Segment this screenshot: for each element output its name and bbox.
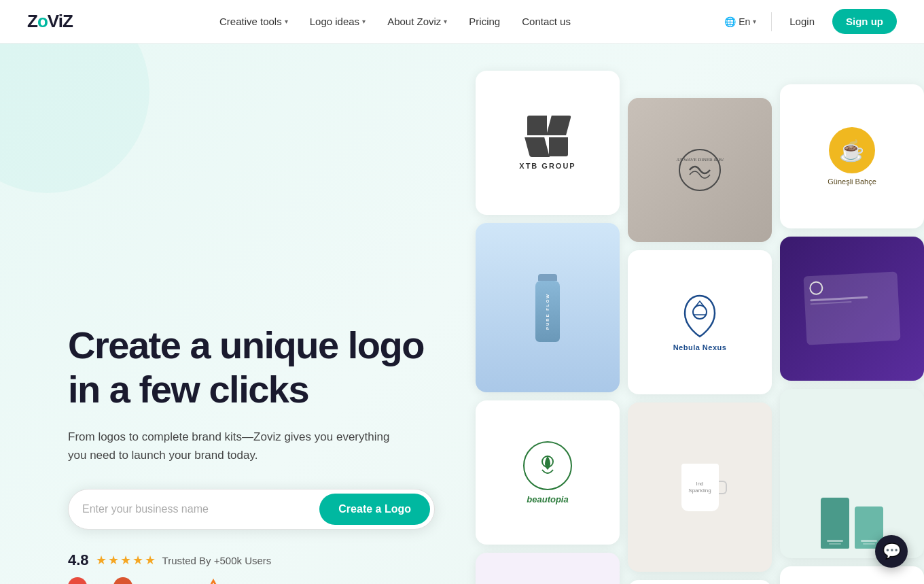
nav-actions: 🌐 En ▾ Login Sign up	[717, 9, 897, 34]
trust-text: Trusted By +500k Users	[162, 555, 272, 566]
rating-number: 4.8	[68, 551, 89, 569]
logo-card-packaging	[780, 389, 924, 558]
nav-links: Creative tools ▾ Logo ideas ▾ About Zovi…	[210, 10, 580, 33]
nav-about[interactable]: About Zoviz ▾	[378, 10, 457, 33]
chevron-down-icon: ▾	[444, 18, 447, 25]
nav-contact[interactable]: Contact us	[512, 10, 580, 33]
hero-title: Create a unique logo in a few clicks	[68, 324, 435, 411]
trust-badges: G G2 ▲ Product Hunt SourceForge	[68, 577, 435, 584]
hero-left: Create a unique logo in a few clicks Fro…	[0, 44, 462, 584]
logo-card-gunesli: ☕ Güneşli Bahçe	[780, 84, 924, 228]
logo-col-2: BLUEWAVE DINER & BAR Nebula Nexus	[628, 98, 772, 584]
create-logo-button[interactable]: Create a Logo	[319, 494, 430, 525]
logo-card-ind: IndSparkling	[628, 402, 772, 572]
svg-text:BLUEWAVE DINER & BAR: BLUEWAVE DINER & BAR	[676, 157, 724, 162]
star-5: ★	[145, 553, 156, 568]
login-button[interactable]: Login	[780, 10, 824, 33]
product-hunt-badge[interactable]: ▲ Product Hunt	[113, 577, 192, 584]
business-name-input[interactable]	[82, 498, 319, 521]
hero-section: Create a unique logo in a few clicks Fro…	[0, 44, 924, 584]
logo-card-xtb: XTB GROUP	[476, 71, 620, 215]
signup-button[interactable]: Sign up	[832, 9, 897, 34]
logo-card-pure-flow: PURE FLOW	[476, 223, 620, 392]
product-hunt-icon: ▲	[113, 577, 132, 584]
logo-creator-form: Create a Logo	[68, 489, 435, 530]
logo-card-atelier: L'Atelier des Saveurs Since 1987	[628, 580, 772, 584]
nebula-label: Nebula Nexus	[673, 343, 727, 351]
star-3: ★	[120, 553, 131, 568]
logo[interactable]: ZoViZ	[27, 11, 73, 32]
sourceforge-badge[interactable]: SourceForge	[204, 577, 281, 584]
chevron-down-icon: ▾	[753, 18, 756, 25]
language-selector[interactable]: 🌐 En ▾	[717, 12, 763, 31]
nav-creative-tools[interactable]: Creative tools ▾	[210, 10, 298, 33]
logo-card-bluewave: BLUEWAVE DINER & BAR	[628, 98, 772, 242]
star-2: ★	[108, 553, 119, 568]
star-rating: ★ ★ ★ ★ ★	[96, 553, 156, 568]
logo-col-1: XTB GROUP PURE FLOW	[476, 71, 620, 584]
g2-badge[interactable]: G G2	[68, 577, 103, 584]
xtb-icon	[527, 116, 568, 156]
chat-icon: 💬	[883, 543, 901, 560]
logo-card-nebula: Nebula Nexus	[628, 250, 772, 394]
coffee-icon: ☕	[839, 139, 864, 162]
chevron-down-icon: ▾	[362, 18, 366, 25]
xtb-label: XTB GROUP	[519, 162, 575, 170]
beautopia-circle	[523, 441, 572, 490]
beautopia-label: beautopia	[527, 494, 568, 504]
hero-right: XTB GROUP PURE FLOW	[462, 44, 924, 584]
chat-widget[interactable]: 💬	[875, 535, 908, 568]
star-1: ★	[96, 553, 107, 568]
logo-card-beautopia: beautopia	[476, 400, 620, 545]
logo-card-beauty-salon: ビューティーサロン	[780, 566, 924, 584]
gunesli-label: Güneşli Bahçe	[828, 177, 876, 186]
sourceforge-icon	[204, 577, 223, 584]
nav-divider	[771, 12, 772, 31]
navbar: ZoViZ Creative tools ▾ Logo ideas ▾ Abou…	[0, 0, 924, 44]
trust-section: 4.8 ★ ★ ★ ★ ★ Trusted By +500k Users G G…	[68, 551, 435, 584]
trust-rating: 4.8 ★ ★ ★ ★ ★ Trusted By +500k Users	[68, 551, 435, 569]
star-4: ★	[132, 553, 143, 568]
logo-card-business-card	[780, 237, 924, 381]
logo-card-purple-boxes: ●	[476, 553, 620, 584]
hero-subtitle: From logos to complete brand kits—Zoviz …	[68, 428, 394, 464]
chevron-down-icon: ▾	[285, 18, 288, 25]
logo-text: ZoViZ	[27, 11, 73, 32]
logo-col-3: ☕ Güneşli Bahçe	[780, 84, 924, 584]
nav-pricing[interactable]: Pricing	[459, 10, 510, 33]
g2-icon: G	[68, 577, 87, 584]
globe-icon: 🌐	[724, 16, 736, 27]
nav-logo-ideas[interactable]: Logo ideas ▾	[300, 10, 375, 33]
logo-grid: XTB GROUP PURE FLOW	[462, 57, 924, 584]
